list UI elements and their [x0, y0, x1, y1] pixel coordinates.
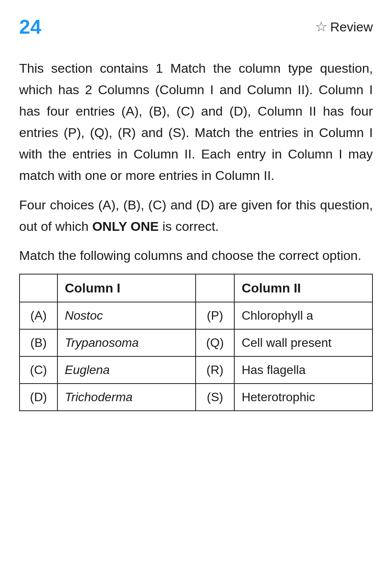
match-instruction: Match the following columns and choose t… [19, 245, 373, 266]
row-content-1: Trypanosoma [57, 329, 196, 356]
choices-text: Four choices (A), (B), (C) and (D) are g… [19, 194, 373, 237]
column1-header: Column I [57, 274, 196, 302]
choices-text-2: is correct. [159, 219, 219, 234]
column2-header: Column II [234, 274, 372, 302]
row-label-2: (S) [196, 384, 234, 411]
row-label-1: (B) [20, 329, 57, 356]
only-one-bold: ONLY ONE [92, 219, 159, 234]
review-button[interactable]: ☆ Review [315, 19, 373, 35]
table-row: (D)Trichoderma(S)Heterotrophic [20, 384, 372, 411]
row-content-2: Chlorophyll a [234, 302, 372, 329]
match-text-2: option. [318, 248, 361, 263]
question-intro-text: This section contains 1 Match the column… [19, 57, 373, 186]
table-row: (C)Euglena(R)Has flagella [20, 356, 372, 384]
row-content-1: Trichoderma [57, 384, 196, 411]
correct-bold: correct [279, 248, 319, 263]
header-spacer-1 [20, 274, 57, 302]
match-table: Column I Column II (A)Nostoc(P)Chlorophy… [19, 274, 373, 411]
page-header: 24 ☆ Review [19, 15, 373, 38]
intro-paragraph: This section contains 1 Match the column… [19, 61, 373, 183]
header-spacer-2 [196, 274, 234, 302]
table-row: (A)Nostoc(P)Chlorophyll a [20, 302, 372, 329]
row-label-1: (A) [20, 302, 57, 329]
row-content-2: Heterotrophic [234, 384, 372, 411]
row-content-1: Nostoc [57, 302, 196, 329]
star-icon: ☆ [315, 19, 327, 35]
question-number: 24 [19, 15, 41, 38]
review-label: Review [330, 20, 373, 34]
row-content-2: Cell wall present [234, 329, 372, 356]
row-content-2: Has flagella [234, 356, 372, 384]
row-label-2: (P) [196, 302, 234, 329]
row-label-2: (R) [196, 356, 234, 384]
match-text-1: Match the following columns and choose t… [19, 248, 279, 263]
row-label-2: (Q) [196, 329, 234, 356]
row-label-1: (D) [20, 384, 57, 411]
row-content-1: Euglena [57, 356, 196, 384]
row-label-1: (C) [20, 356, 57, 384]
table-row: (B)Trypanosoma(Q)Cell wall present [20, 329, 372, 356]
